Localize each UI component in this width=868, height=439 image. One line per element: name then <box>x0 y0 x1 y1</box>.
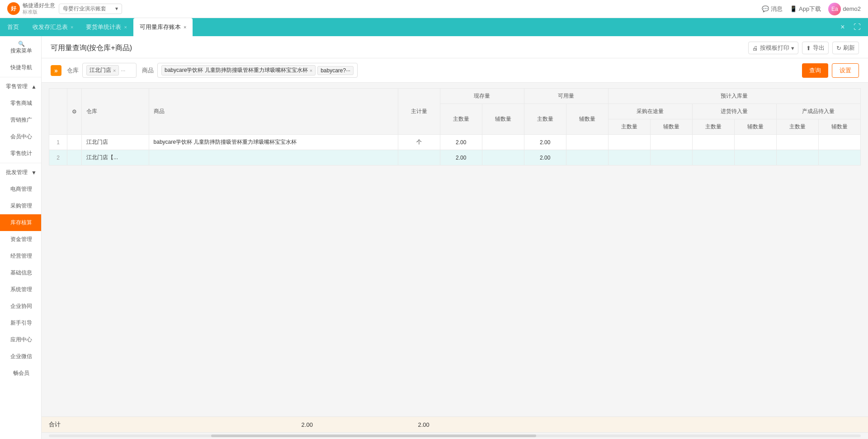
tab-receipt-label: 收发存汇总表 <box>33 23 68 31</box>
footer-inbound-aux <box>686 421 744 428</box>
horizontal-scrollbar[interactable] <box>49 434 861 437</box>
tab-available-label: 可用量库存账本 <box>140 23 181 31</box>
row-1-unit: 个 <box>398 135 440 150</box>
product-filter-group: 商品 babycare学饮杯 儿童防摔防撞吸管杯重力球吸嘴杯宝宝水杯 × bab… <box>142 63 358 78</box>
footer-pur-main <box>511 421 569 428</box>
product-tag-1: babycare学饮杯 儿童防摔防撞吸管杯重力球吸嘴杯宝宝水杯 × <box>161 65 316 76</box>
sidebar-item-finance[interactable]: 资金管理 <box>0 231 41 248</box>
chevron-print-icon: ▾ <box>791 45 794 52</box>
col-warehouse-header: 仓库 <box>82 89 149 135</box>
footer-values: 2.00 2.00 <box>103 421 861 428</box>
filter-expand-btn[interactable]: » <box>51 65 61 76</box>
sidebar-item-app-center[interactable]: 应用中心 <box>0 331 41 348</box>
filter-actions: 查询 设置 <box>802 63 859 78</box>
top-bar-right: 💬 消息 📱 App下载 Ea demo2 <box>762 3 861 15</box>
footer-inbound-main <box>627 421 686 428</box>
product-input[interactable]: babycare学饮杯 儿童防摔防撞吸管杯重力球吸嘴杯宝宝水杯 × babyca… <box>157 63 358 78</box>
row-2-avail-aux <box>566 150 608 165</box>
tab-receipt-close[interactable]: × <box>71 24 73 30</box>
print-btn[interactable]: 🖨 按模板打印 ▾ <box>748 42 798 54</box>
sidebar-item-sys-mgmt[interactable]: 系统管理 <box>0 281 41 298</box>
sidebar-item-member[interactable]: 会员中心 <box>0 128 41 145</box>
logo-text: 畅捷通好生意 <box>23 2 55 9</box>
sidebar-search[interactable]: 🔍 搜索菜单 <box>0 36 41 59</box>
row-1-stock-aux <box>482 135 524 150</box>
expand-icon: ▲ <box>31 84 37 90</box>
user-menu[interactable]: Ea demo2 <box>828 3 861 15</box>
col-purchase-transit-header: 采购在途量 <box>608 104 692 119</box>
content-area: 可用量查询(按仓库+商品) 🖨 按模板打印 ▾ ⬆ 导出 ↻ 刷新 » <box>42 36 868 439</box>
sidebar-item-ecommerce[interactable]: 电商管理 <box>0 181 41 198</box>
export-btn[interactable]: ⬆ 导出 <box>802 42 829 54</box>
row-1-num: 1 <box>49 135 67 150</box>
sidebar-item-wholesale-mgmt[interactable]: 批发管理 ▼ <box>0 164 41 181</box>
sidebar-item-newbie[interactable]: 新手引导 <box>0 315 41 331</box>
scrollbar-area <box>42 432 868 439</box>
tab-available[interactable]: 可用量库存账本 × <box>133 18 193 36</box>
sidebar-item-member2[interactable]: 畅会员 <box>0 365 41 382</box>
footer-label: 合计 <box>49 420 103 429</box>
tab-home[interactable]: 首页 <box>0 18 26 36</box>
warehouse-input[interactable]: 江北门店 × ··· <box>82 63 137 78</box>
row-1-avail-main: 2.00 <box>524 135 566 150</box>
top-bar-left: 好 畅捷通好生意 标准版 母婴行业演示账套 ▾ <box>7 2 122 15</box>
sidebar: 🔍 搜索菜单 快捷导航 零售管理 ▲ 零售商城 营销推广 会员中心 零售统计 批… <box>0 36 42 439</box>
close-window-btn[interactable]: × <box>837 22 848 33</box>
sidebar-item-marketing[interactable]: 营销推广 <box>0 112 41 128</box>
page-title: 可用量查询(按仓库+商品) <box>51 43 132 53</box>
tab-available-close[interactable]: × <box>184 24 186 30</box>
sidebar-divider-1 <box>0 77 41 77</box>
refresh-btn[interactable]: ↻ 刷新 <box>832 42 859 54</box>
col-avail-aux-header: 辅数量 <box>566 104 608 135</box>
refresh-icon: ↻ <box>836 45 841 52</box>
col-inbound-main-header: 主数量 <box>692 119 734 135</box>
warehouse-more-btn[interactable]: ··· <box>121 67 125 74</box>
footer-avail-aux <box>453 421 511 428</box>
col-unit-header: 主计量 <box>398 89 440 135</box>
col-prod-main-header: 主数量 <box>776 119 818 135</box>
row-2-stock-main: 2.00 <box>440 150 482 165</box>
query-btn[interactable]: 查询 <box>802 63 828 78</box>
settings-btn[interactable]: 设置 <box>832 63 859 78</box>
table-container: ⚙ 仓库 商品 主计量 现存量 可用量 预计入库量 主数量 辅数量 主数量 辅数… <box>42 83 868 416</box>
col-stock-aux-header: 辅数量 <box>482 104 524 135</box>
tab-order-close[interactable]: × <box>124 24 127 30</box>
sidebar-quick-nav[interactable]: 快捷导航 <box>0 59 41 76</box>
sidebar-item-purchase[interactable]: 采购管理 <box>0 198 41 214</box>
sidebar-item-retail-mall[interactable]: 零售商城 <box>0 95 41 112</box>
sidebar-item-retail-mgmt[interactable]: 零售管理 ▲ <box>0 78 41 95</box>
table-footer: 合计 2.00 2.00 <box>42 416 868 432</box>
scrollbar-thumb[interactable] <box>211 434 536 437</box>
account-selector[interactable]: 母婴行业演示账套 ▾ <box>59 4 122 14</box>
sidebar-item-weixin[interactable]: 企业微信 <box>0 348 41 365</box>
row-1-product: babycare学饮杯 儿童防摔防撞吸管杯重力球吸嘴杯宝宝水杯 <box>149 135 398 150</box>
logo-text-area: 畅捷通好生意 标准版 <box>23 2 55 15</box>
col-stock-main-header: 主数量 <box>440 104 482 135</box>
sidebar-item-retail-stats[interactable]: 零售统计 <box>0 145 41 162</box>
settings-col-icon[interactable]: ⚙ <box>72 109 77 115</box>
row-2-unit <box>398 150 440 165</box>
sidebar-item-enterprise[interactable]: 企业协同 <box>0 298 41 315</box>
col-forecast-header: 预计入库量 <box>608 89 860 104</box>
tab-receipt[interactable]: 收发存汇总表 × <box>26 18 80 36</box>
footer-spacer-3 <box>220 421 278 428</box>
sidebar-item-inventory[interactable]: 库存核算 <box>0 214 41 231</box>
tab-order[interactable]: 要货单统计表 × <box>80 18 133 36</box>
col-prod-aux-header: 辅数量 <box>818 119 860 135</box>
sidebar-item-basic-info[interactable]: 基础信息 <box>0 264 41 281</box>
warehouse-remove-btn[interactable]: × <box>113 68 116 73</box>
row-1-stock-main: 2.00 <box>440 135 482 150</box>
logo-subtext: 标准版 <box>23 9 55 15</box>
product-remove-btn-1[interactable]: × <box>310 68 312 73</box>
sidebar-item-operations[interactable]: 经营管理 <box>0 248 41 264</box>
col-inbound-waiting-header: 进货待入量 <box>692 104 776 119</box>
app-download-btn[interactable]: 📱 App下载 <box>790 5 821 13</box>
row-1-inbound-main <box>692 135 734 150</box>
print-icon: 🖨 <box>752 45 758 52</box>
row-2-pur-aux <box>650 150 692 165</box>
maximize-window-btn[interactable]: ⛶ <box>852 22 863 33</box>
message-btn[interactable]: 💬 消息 <box>762 5 783 13</box>
sidebar-divider-2 <box>0 163 41 163</box>
footer-prod-aux <box>802 421 861 428</box>
row-2-prod-main <box>776 150 818 165</box>
